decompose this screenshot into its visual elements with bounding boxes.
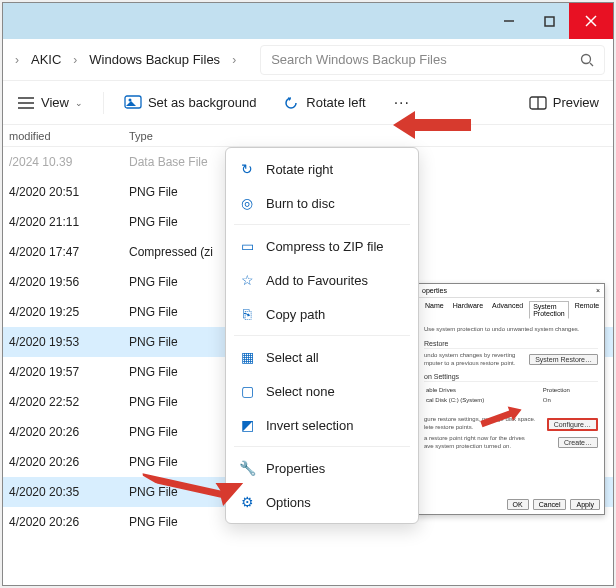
- cell-date: 4/2020 22:52: [3, 395, 123, 409]
- cell-date: 4/2020 17:47: [3, 245, 123, 259]
- menu-compress[interactable]: ▭Compress to ZIP file: [226, 229, 418, 263]
- breadcrumb-seg-akic[interactable]: AKIC: [27, 50, 65, 69]
- rotate-left-button[interactable]: Rotate left: [276, 90, 371, 116]
- set-background-button[interactable]: Set as background: [118, 90, 262, 116]
- inset-tabs: Name Hardware Advanced System Protection…: [418, 298, 604, 322]
- inset-titlebar: operties ×: [418, 284, 604, 298]
- inset-restore-title: Restore: [424, 340, 598, 349]
- create-button[interactable]: Create…: [558, 437, 598, 448]
- more-menu: ↻Rotate right ◎Burn to disc ▭Compress to…: [225, 147, 419, 524]
- tab-protection[interactable]: System Protection: [529, 301, 569, 319]
- breadcrumb: › AKIC › Windows Backup Files › Search W…: [3, 39, 613, 81]
- select-all-icon: ▦: [238, 348, 256, 366]
- header-modified[interactable]: modified: [3, 130, 123, 142]
- view-button[interactable]: View ⌄: [11, 90, 89, 116]
- cell-date: 4/2020 19:53: [3, 335, 123, 349]
- invert-icon: ◩: [238, 416, 256, 434]
- menu-select-none[interactable]: ▢Select none: [226, 374, 418, 408]
- header-type[interactable]: Type: [123, 130, 613, 142]
- cell-date: 4/2020 20:35: [3, 485, 123, 499]
- menu-favourites[interactable]: ☆Add to Favourites: [226, 263, 418, 297]
- maximize-button[interactable]: [529, 3, 569, 39]
- chevron-down-icon: ⌄: [75, 98, 83, 108]
- file-explorer-window: › AKIC › Windows Backup Files › Search W…: [2, 2, 614, 586]
- inset-create-text: a restore point right now for the drives…: [424, 435, 525, 451]
- minimize-icon: [503, 15, 515, 27]
- select-none-icon: ▢: [238, 382, 256, 400]
- cell-date: 4/2020 19:25: [3, 305, 123, 319]
- column-headers: modified Type: [3, 125, 613, 147]
- svg-point-4: [582, 54, 591, 63]
- menu-rotate-right[interactable]: ↻Rotate right: [226, 152, 418, 186]
- tab-name[interactable]: Name: [422, 301, 447, 319]
- divider: [103, 92, 104, 114]
- view-label: View: [41, 95, 69, 110]
- cell-date: 4/2020 20:26: [3, 425, 123, 439]
- preview-label: Preview: [553, 95, 599, 110]
- cell-date: 4/2020 20:26: [3, 515, 123, 529]
- star-icon: ☆: [238, 271, 256, 289]
- gear-icon: ⚙: [238, 493, 256, 511]
- wrench-icon: 🔧: [238, 459, 256, 477]
- close-icon: [585, 15, 597, 27]
- rotate-left-icon: [282, 94, 300, 112]
- close-icon[interactable]: ×: [596, 287, 600, 294]
- svg-line-5: [590, 63, 593, 66]
- tab-advanced[interactable]: Advanced: [489, 301, 526, 319]
- menu-properties[interactable]: 🔧Properties: [226, 451, 418, 485]
- menu-separator: [234, 224, 410, 225]
- search-placeholder: Search Windows Backup Files: [271, 52, 580, 67]
- minimize-button[interactable]: [489, 3, 529, 39]
- disc-icon: ◎: [238, 194, 256, 212]
- chevron-right-icon[interactable]: ›: [11, 53, 23, 67]
- search-icon: [580, 53, 594, 67]
- preview-button[interactable]: Preview: [523, 90, 605, 116]
- inset-intro: Use system protection to undo unwanted s…: [424, 326, 598, 334]
- breadcrumb-seg-backup[interactable]: Windows Backup Files: [85, 50, 224, 69]
- clipboard-icon: ⎘: [238, 305, 256, 323]
- menu-separator: [234, 335, 410, 336]
- cell-date: 4/2020 21:11: [3, 215, 123, 229]
- cell-date: 4/2020 20:26: [3, 455, 123, 469]
- zip-icon: ▭: [238, 237, 256, 255]
- titlebar: [3, 3, 613, 39]
- inset-body: Use system protection to undo unwanted s…: [418, 322, 604, 455]
- maximize-icon: [544, 16, 555, 27]
- cell-date: 4/2020 19:57: [3, 365, 123, 379]
- chevron-right-icon[interactable]: ›: [69, 53, 81, 67]
- inset-restore-text: undo system changes by reverting mputer …: [424, 352, 515, 368]
- configure-button[interactable]: Configure…: [547, 418, 598, 431]
- menu-options[interactable]: ⚙Options: [226, 485, 418, 519]
- chevron-right-icon[interactable]: ›: [228, 53, 240, 67]
- view-icon: [17, 94, 35, 112]
- rotate-right-icon: ↻: [238, 160, 256, 178]
- cancel-button[interactable]: Cancel: [533, 499, 567, 510]
- ok-button[interactable]: OK: [507, 499, 529, 510]
- picture-icon: [124, 94, 142, 112]
- system-restore-button[interactable]: System Restore…: [529, 354, 598, 365]
- cell-date: 4/2020 19:56: [3, 275, 123, 289]
- preview-icon: [529, 94, 547, 112]
- svg-marker-13: [393, 111, 471, 139]
- toolbar: View ⌄ Set as background Rotate left ···…: [3, 81, 613, 125]
- system-properties-dialog: operties × Name Hardware Advanced System…: [417, 283, 605, 515]
- close-button[interactable]: [569, 3, 613, 39]
- inset-settings-title: on Settings: [424, 373, 598, 382]
- menu-invert[interactable]: ◩Invert selection: [226, 408, 418, 442]
- annotation-arrow: [393, 105, 473, 145]
- menu-separator: [234, 446, 410, 447]
- apply-button[interactable]: Apply: [570, 499, 600, 510]
- rotate-left-label: Rotate left: [306, 95, 365, 110]
- cell-date: /2024 10.39: [3, 155, 123, 169]
- menu-select-all[interactable]: ▦Select all: [226, 340, 418, 374]
- svg-rect-9: [125, 96, 141, 108]
- search-input[interactable]: Search Windows Backup Files: [260, 45, 605, 75]
- set-bg-label: Set as background: [148, 95, 256, 110]
- svg-rect-1: [545, 17, 554, 26]
- tab-hardware[interactable]: Hardware: [450, 301, 486, 319]
- cell-date: 4/2020 20:51: [3, 185, 123, 199]
- tab-remote[interactable]: Remote: [572, 301, 603, 319]
- inset-footer: OK Cancel Apply: [507, 499, 600, 510]
- menu-burn[interactable]: ◎Burn to disc: [226, 186, 418, 220]
- menu-copy-path[interactable]: ⎘Copy path: [226, 297, 418, 331]
